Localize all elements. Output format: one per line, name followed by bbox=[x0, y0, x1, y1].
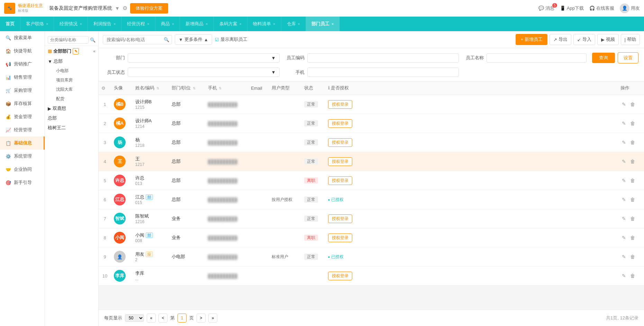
user-menu[interactable]: 👤 用友 bbox=[620, 3, 640, 13]
query-btn[interactable]: 查询 bbox=[592, 53, 615, 63]
empcode-input[interactable] bbox=[307, 53, 459, 63]
edit-icon[interactable]: ✎ bbox=[620, 215, 627, 222]
search-input[interactable] bbox=[103, 35, 172, 44]
more-filter-btn[interactable]: ▼ 更多条件 ▲ bbox=[175, 34, 212, 45]
dept-select[interactable]: ▼ bbox=[128, 53, 280, 63]
nav-tab-物料清单[interactable]: 物料清单× bbox=[247, 17, 281, 31]
sidebar-item-快捷导航[interactable]: 🏠快捷导航 bbox=[0, 44, 45, 58]
col-gear[interactable]: ⚙ bbox=[99, 81, 111, 95]
auth-btn[interactable]: 授权登录 bbox=[328, 157, 352, 166]
current-page[interactable]: 1 bbox=[178, 314, 187, 323]
edit-icon[interactable]: ✎ bbox=[620, 120, 627, 127]
delete-icon[interactable]: 🗑 bbox=[629, 158, 636, 165]
delete-icon[interactable]: 🗑 bbox=[629, 177, 636, 184]
nav-tab-首页[interactable]: 首页 bbox=[0, 17, 20, 31]
edit-icon[interactable]: ✎ bbox=[620, 272, 627, 279]
dept-collapse-btn[interactable]: « bbox=[93, 49, 96, 54]
auth-btn[interactable]: 授权登录 bbox=[328, 119, 352, 128]
empname-input[interactable] bbox=[487, 53, 587, 63]
edit-icon[interactable]: ✎ bbox=[620, 253, 627, 260]
nav-tab-仓库[interactable]: 仓库× bbox=[281, 17, 306, 31]
tab-close-icon[interactable]: × bbox=[298, 22, 300, 26]
sidebar-item-营销推广[interactable]: 📢营销推广 bbox=[0, 58, 45, 71]
edit-icon[interactable]: ✎ bbox=[620, 177, 627, 184]
tab-close-icon[interactable]: × bbox=[273, 22, 275, 26]
edit-icon[interactable]: ✎ bbox=[620, 196, 627, 203]
dept-item-shenyangdaku[interactable]: 沈阳大库 bbox=[51, 85, 98, 94]
view-btn[interactable]: ▶ 视频 bbox=[597, 34, 619, 45]
auth-btn[interactable]: 授权登录 bbox=[328, 214, 352, 223]
sidebar-item-基础信息[interactable]: 📋基础信息 bbox=[0, 136, 45, 150]
delete-icon[interactable]: 🗑 bbox=[629, 215, 636, 222]
edit-icon[interactable]: ✎ bbox=[620, 101, 627, 108]
phone-input[interactable] bbox=[307, 68, 459, 77]
page-first-btn[interactable]: « bbox=[147, 314, 156, 323]
message-btn[interactable]: 💬 消息 5 bbox=[538, 5, 554, 11]
auth-btn[interactable]: 授权登录 bbox=[328, 234, 352, 242]
tab-close-icon[interactable]: × bbox=[172, 22, 174, 26]
page-prev-btn[interactable]: < bbox=[158, 314, 167, 323]
col-phone[interactable]: 手机 ⇅ bbox=[205, 81, 248, 95]
delete-icon[interactable]: 🗑 bbox=[629, 120, 636, 127]
page-last-btn[interactable]: » bbox=[208, 314, 217, 323]
auth-btn[interactable]: 授权登录 bbox=[328, 176, 352, 185]
online-service-btn[interactable]: 🎧 在线客服 bbox=[589, 5, 614, 11]
nav-tab-客户联络[interactable]: 客户联络× bbox=[20, 17, 54, 31]
page-next-btn[interactable]: > bbox=[197, 314, 206, 323]
dept-search-input[interactable] bbox=[48, 36, 89, 44]
dept-item-xiangmukufang[interactable]: 项目库房 bbox=[51, 76, 98, 85]
import-btn[interactable]: ↙ 导入 bbox=[573, 34, 595, 45]
search-icon[interactable]: 🔍 bbox=[164, 37, 169, 42]
set-btn[interactable]: 设置 bbox=[618, 52, 638, 63]
sidebar-item-采购管理[interactable]: 🛒采购管理 bbox=[0, 84, 45, 97]
nav-tab-利润报告[interactable]: 利润报告× bbox=[88, 17, 121, 31]
tab-close-icon[interactable]: × bbox=[239, 22, 242, 26]
auth-btn[interactable]: 授权登录 bbox=[328, 138, 352, 147]
settings-icon[interactable]: ⚙ bbox=[123, 5, 127, 11]
add-employee-btn[interactable]: + 新增员工 bbox=[516, 34, 547, 45]
dept-section-zhishuwanger[interactable]: 植树王二 bbox=[45, 123, 98, 133]
delete-icon[interactable]: 🗑 bbox=[629, 196, 636, 203]
nav-tab-部门员工[interactable]: 部门员工× bbox=[306, 17, 339, 31]
sidebar-item-销售管理[interactable]: 📊销售管理 bbox=[0, 71, 45, 84]
page-size-select[interactable]: 50 20 100 bbox=[125, 314, 144, 322]
tab-close-icon[interactable]: × bbox=[46, 22, 48, 26]
sidebar-item-经营管理[interactable]: 📈经营管理 bbox=[0, 123, 45, 136]
delete-icon[interactable]: 🗑 bbox=[629, 139, 636, 146]
sidebar-item-资金管理[interactable]: 💰资金管理 bbox=[0, 110, 45, 123]
export-btn[interactable]: ↗ 导出 bbox=[550, 34, 571, 45]
nav-tab-新增商品[interactable]: 新增商品× bbox=[180, 17, 214, 31]
tab-close-icon[interactable]: × bbox=[80, 22, 82, 26]
help-btn[interactable]: | 帮助 bbox=[621, 34, 640, 45]
show-resigned-toggle[interactable]: ☑ 显示离职员工 bbox=[215, 36, 247, 43]
tab-close-icon[interactable]: × bbox=[332, 22, 334, 26]
nav-tab-商品[interactable]: 商品× bbox=[155, 17, 180, 31]
col-name[interactable]: 姓名/编码 ⇅ bbox=[133, 81, 169, 95]
auth-btn[interactable]: 授权登录 bbox=[328, 100, 352, 109]
system-dropdown-arrow[interactable]: ▼ bbox=[115, 6, 120, 11]
sidebar-item-库存核算[interactable]: 📦库存核算 bbox=[0, 97, 45, 110]
sidebar-item-新手引导[interactable]: 🎯新手引导 bbox=[0, 176, 45, 189]
delete-icon[interactable]: 🗑 bbox=[629, 272, 636, 279]
dept-section-shuangluxiang[interactable]: ▶ 双鹿想 bbox=[45, 104, 98, 113]
app-download-btn[interactable]: 📱 App下载 bbox=[560, 5, 584, 11]
dept-item-peihuo[interactable]: 配货 bbox=[51, 94, 98, 104]
trial-btn[interactable]: 体验行业方案 bbox=[130, 3, 168, 14]
nav-tab-经营情况[interactable]: 经营情况× bbox=[54, 17, 88, 31]
tab-close-icon[interactable]: × bbox=[147, 22, 149, 26]
empstatus-select[interactable]: ▼ bbox=[128, 68, 280, 77]
delete-icon[interactable]: 🗑 bbox=[629, 234, 636, 241]
auth-btn[interactable]: 授权登录 bbox=[328, 272, 352, 280]
dept-section-zongbu2[interactable]: 总部 bbox=[45, 113, 98, 123]
delete-icon[interactable]: 🗑 bbox=[629, 101, 636, 108]
nav-tab-条码方案[interactable]: 条码方案× bbox=[214, 17, 247, 31]
edit-icon[interactable]: ✎ bbox=[620, 139, 627, 146]
tab-close-icon[interactable]: × bbox=[206, 22, 208, 26]
sidebar-item-搜索菜单[interactable]: 🔍搜索菜单 bbox=[0, 31, 45, 44]
dept-section-zongbu[interactable]: ▼ 总部 bbox=[45, 56, 98, 66]
sidebar-item-系统管理[interactable]: ⚙️系统管理 bbox=[0, 150, 45, 163]
tab-close-icon[interactable]: × bbox=[114, 22, 116, 26]
edit-icon[interactable]: ✎ bbox=[620, 234, 627, 241]
delete-icon[interactable]: 🗑 bbox=[629, 253, 636, 260]
sidebar-item-企业协同[interactable]: 🤝企业协同 bbox=[0, 163, 45, 176]
